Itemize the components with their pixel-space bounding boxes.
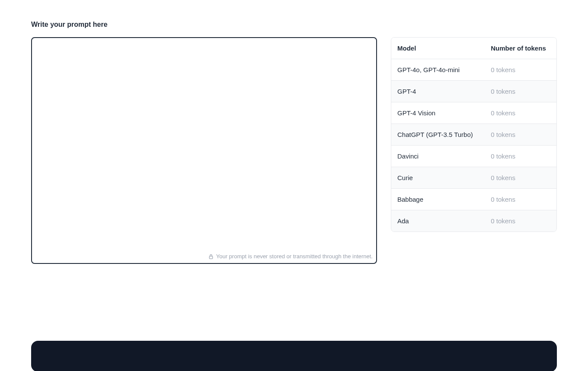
svg-rect-0 xyxy=(209,256,213,259)
privacy-note-row: Your prompt is never stored or transmitt… xyxy=(208,253,373,260)
table-header-tokens: Number of tokens xyxy=(485,38,556,59)
table-row: GPT-4 0 tokens xyxy=(391,81,556,102)
table-row: GPT-4 Vision 0 tokens xyxy=(391,102,556,124)
prompt-input[interactable] xyxy=(32,38,376,251)
dark-footer-section xyxy=(31,341,557,371)
token-count-cell: 0 tokens xyxy=(485,210,556,232)
prompt-heading: Write your prompt here xyxy=(31,21,557,29)
table-row: Curie 0 tokens xyxy=(391,167,556,189)
table-row: Davinci 0 tokens xyxy=(391,146,556,167)
table-header-model: Model xyxy=(391,38,485,59)
model-name-cell: GPT-4o, GPT-4o-mini xyxy=(391,59,485,81)
model-name-cell: ChatGPT (GPT-3.5 Turbo) xyxy=(391,124,485,146)
privacy-note-text: Your prompt is never stored or transmitt… xyxy=(216,253,373,260)
model-name-cell: Ada xyxy=(391,210,485,232)
token-count-cell: 0 tokens xyxy=(485,167,556,189)
token-count-cell: 0 tokens xyxy=(485,102,556,124)
prompt-panel: Your prompt is never stored or transmitt… xyxy=(31,37,377,264)
token-table: Model Number of tokens GPT-4o, GPT-4o-mi… xyxy=(391,38,556,231)
token-count-cell: 0 tokens xyxy=(485,146,556,167)
model-name-cell: Davinci xyxy=(391,146,485,167)
table-row: Ada 0 tokens xyxy=(391,210,556,232)
model-name-cell: GPT-4 Vision xyxy=(391,102,485,124)
model-name-cell: GPT-4 xyxy=(391,81,485,102)
table-row: GPT-4o, GPT-4o-mini 0 tokens xyxy=(391,59,556,81)
model-name-cell: Curie xyxy=(391,167,485,189)
token-count-cell: 0 tokens xyxy=(485,81,556,102)
token-count-cell: 0 tokens xyxy=(485,189,556,210)
token-count-cell: 0 tokens xyxy=(485,59,556,81)
token-table-panel: Model Number of tokens GPT-4o, GPT-4o-mi… xyxy=(391,37,557,232)
table-row: ChatGPT (GPT-3.5 Turbo) 0 tokens xyxy=(391,124,556,146)
lock-icon xyxy=(208,254,214,259)
table-row: Babbage 0 tokens xyxy=(391,189,556,210)
model-name-cell: Babbage xyxy=(391,189,485,210)
token-count-cell: 0 tokens xyxy=(485,124,556,146)
